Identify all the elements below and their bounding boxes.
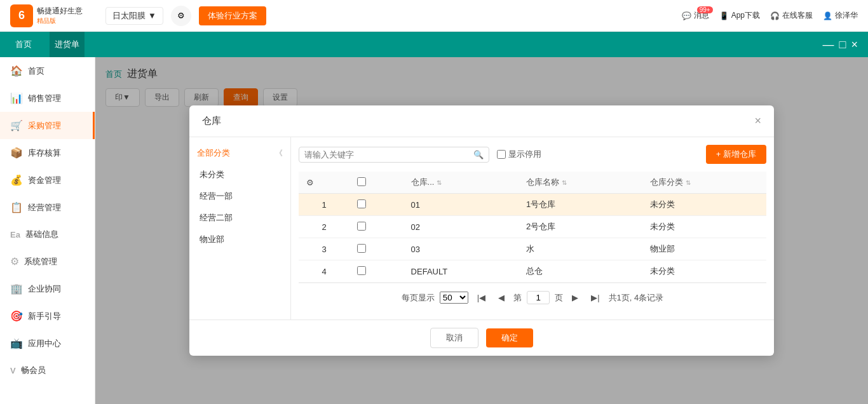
sidebar-item-finance[interactable]: 💰 资金管理 xyxy=(0,166,95,194)
logo-icon: 6 xyxy=(10,4,33,27)
system-icon: ⚙ xyxy=(10,255,19,267)
settings-icon[interactable]: ⚙ xyxy=(171,6,191,26)
nav-purchase[interactable]: 进货单 xyxy=(50,32,85,57)
row-code: 01 xyxy=(403,194,519,216)
table-header-row: ⚙ 仓库... ⇅ 仓库名称 ⇅ 仓库分类 ⇅ xyxy=(299,172,766,194)
cat-all-label[interactable]: 全部分类 xyxy=(197,147,230,159)
cat-collapse-btn[interactable]: 《 xyxy=(275,148,283,159)
table-toolbar: 🔍 显示停用 + 新增仓库 xyxy=(299,145,766,164)
store-selector[interactable]: 日太阳膜 ▼ xyxy=(105,7,163,25)
gear-col-icon: ⚙ xyxy=(306,178,314,187)
row-name: 1号仓库 xyxy=(519,194,642,216)
page-number-input[interactable] xyxy=(527,291,550,304)
table-row[interactable]: 4 DEFAULT 总仓 未分类 xyxy=(299,260,766,283)
select-all-checkbox[interactable] xyxy=(357,177,366,186)
guide-icon: 🎯 xyxy=(10,310,23,322)
row-checkbox[interactable] xyxy=(357,199,366,208)
first-page-btn[interactable]: |◀ xyxy=(473,292,489,304)
header-right: 💬 消息 99+ 📱 App下载 🎧 在线客服 👤 徐泽华 xyxy=(682,10,858,21)
search-icon[interactable]: 🔍 xyxy=(473,150,484,159)
cat-item-ops1[interactable]: 经营一部 xyxy=(189,185,290,207)
pagination-bar: 每页显示 50 100 200 |◀ ◀ 第 页 ▶ xyxy=(299,283,766,312)
row-checkbox-cell xyxy=(349,238,403,260)
nav-home[interactable]: 首页 xyxy=(10,32,37,57)
logo-text: 畅捷通好生意 精品版 xyxy=(37,6,83,25)
sidebar-item-appcenter[interactable]: 📺 应用中心 xyxy=(0,330,95,357)
try-btn[interactable]: 体验行业方案 xyxy=(199,6,266,25)
next-page-btn[interactable]: ▶ xyxy=(568,292,582,304)
modal-header: 仓库 × xyxy=(189,105,774,137)
main-layout: 🏠 首页 📊 销售管理 🛒 采购管理 📦 库存核算 💰 资金管理 📋 经营管理 … xyxy=(0,57,868,404)
appcenter-icon: 📺 xyxy=(10,337,23,349)
row-name: 总仓 xyxy=(519,260,642,283)
table-row[interactable]: 3 03 水 物业部 xyxy=(299,238,766,260)
sidebar-item-home[interactable]: 🏠 首页 xyxy=(0,57,95,84)
cat-item-property[interactable]: 物业部 xyxy=(189,229,290,250)
logo-area: 6 畅捷通好生意 精品版 xyxy=(10,4,105,27)
search-input-wrap: 🔍 xyxy=(299,147,489,163)
second-nav: 首页 进货单 — □ × xyxy=(0,32,868,57)
sidebar-item-member[interactable]: V 畅会员 xyxy=(0,357,95,384)
online-service-btn[interactable]: 🎧 在线客服 xyxy=(770,10,813,21)
last-page-btn[interactable]: ▶| xyxy=(587,292,603,304)
modal-body: 全部分类 《 未分类 经营一部 经营二部 物业部 xyxy=(189,137,774,320)
modal-footer: 取消 确定 xyxy=(189,320,774,356)
restore-icon[interactable]: □ xyxy=(839,38,846,51)
message-badge: 99+ xyxy=(697,6,713,13)
row-name: 2号仓库 xyxy=(519,216,642,238)
col-gear: ⚙ xyxy=(299,172,349,194)
col-checkbox xyxy=(349,172,403,194)
close-nav-icon[interactable]: × xyxy=(851,38,858,51)
warehouse-table: ⚙ 仓库... ⇅ 仓库名称 ⇅ 仓库分类 ⇅ 1 xyxy=(299,172,766,283)
row-checkbox-cell xyxy=(349,260,403,283)
enterprise-icon: 🏢 xyxy=(10,283,23,295)
table-area: 🔍 显示停用 + 新增仓库 ⚙ xyxy=(291,137,774,320)
app-icon: 📱 xyxy=(719,11,729,20)
show-disabled-checkbox-label[interactable]: 显示停用 xyxy=(497,149,541,160)
message-btn[interactable]: 💬 消息 99+ xyxy=(682,10,709,21)
cat-item-unclassified[interactable]: 未分类 xyxy=(189,164,290,185)
operations-icon: 📋 xyxy=(10,201,23,213)
row-num: 1 xyxy=(299,194,349,216)
modal-close-btn[interactable]: × xyxy=(754,114,761,128)
sidebar-item-enterprise[interactable]: 🏢 企业协同 xyxy=(0,275,95,302)
sales-icon: 📊 xyxy=(10,92,23,104)
row-num: 2 xyxy=(299,216,349,238)
app-download-btn[interactable]: 📱 App下载 xyxy=(719,10,760,21)
col-category: 仓库分类 ⇅ xyxy=(642,172,766,194)
add-warehouse-btn[interactable]: + 新增仓库 xyxy=(706,145,766,164)
row-code: DEFAULT xyxy=(403,260,519,283)
row-num: 3 xyxy=(299,238,349,260)
user-avatar[interactable]: 👤 徐泽华 xyxy=(823,10,858,21)
sidebar-item-purchase[interactable]: 🛒 采购管理 xyxy=(0,112,95,139)
per-page-select[interactable]: 50 100 200 xyxy=(440,292,468,304)
confirm-btn[interactable]: 确定 xyxy=(486,328,533,347)
row-checkbox[interactable] xyxy=(357,244,366,253)
row-checkbox-cell xyxy=(349,194,403,216)
show-disabled-checkbox[interactable] xyxy=(497,150,506,159)
sidebar-item-inventory[interactable]: 📦 库存核算 xyxy=(0,139,95,166)
cancel-btn[interactable]: 取消 xyxy=(430,328,478,348)
row-name: 水 xyxy=(519,238,642,260)
sidebar-item-operations[interactable]: 📋 经营管理 xyxy=(0,194,95,221)
prev-page-btn[interactable]: ◀ xyxy=(494,292,508,304)
sidebar-item-guide[interactable]: 🎯 新手引导 xyxy=(0,302,95,330)
message-icon: 💬 xyxy=(682,11,691,20)
row-category: 物业部 xyxy=(642,238,766,260)
purchase-icon: 🛒 xyxy=(10,119,23,131)
sidebar-item-system[interactable]: ⚙ 系统管理 xyxy=(0,248,95,275)
row-checkbox-cell xyxy=(349,216,403,238)
col-name: 仓库名称 ⇅ xyxy=(519,172,642,194)
row-category: 未分类 xyxy=(642,216,766,238)
search-input[interactable] xyxy=(304,150,473,159)
cat-item-ops2[interactable]: 经营二部 xyxy=(189,207,290,229)
row-checkbox[interactable] xyxy=(357,266,366,275)
table-row[interactable]: 2 02 2号仓库 未分类 xyxy=(299,216,766,238)
minimize-icon[interactable]: — xyxy=(823,38,834,51)
home-icon: 🏠 xyxy=(10,65,23,77)
sidebar-item-sales[interactable]: 📊 销售管理 xyxy=(0,84,95,112)
page-prefix: 第 xyxy=(513,292,522,304)
sidebar-item-basicinfo[interactable]: Ea 基础信息 xyxy=(0,221,95,248)
row-checkbox[interactable] xyxy=(357,222,366,231)
table-row[interactable]: 1 01 1号仓库 未分类 xyxy=(299,194,766,216)
